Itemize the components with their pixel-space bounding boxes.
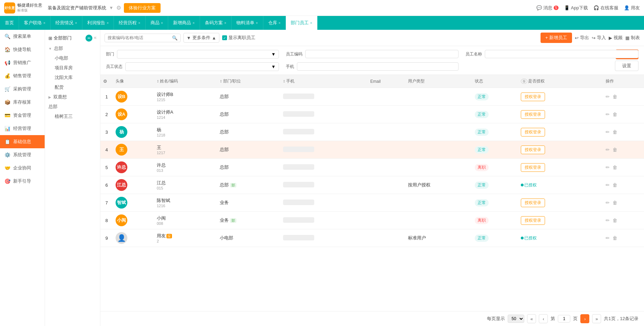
edit-op-btn[interactable]: ✏	[606, 129, 610, 135]
auth-btn[interactable]: 授权登录	[521, 163, 545, 172]
delete-op-btn[interactable]: 🗑	[613, 147, 617, 152]
close-goods[interactable]: ×	[161, 21, 163, 25]
edit-table-btn[interactable]: ▦ 制表	[625, 35, 640, 41]
dept-node-xiaodibu[interactable]: 小电部	[45, 53, 100, 63]
tab-home[interactable]: 首页	[0, 16, 19, 30]
tab-customer[interactable]: 客户联络×	[19, 16, 51, 30]
sidebar-item-biz[interactable]: 📊 经营管理	[0, 122, 45, 135]
status-select-chevron: ▼	[271, 64, 276, 69]
dept-node-zhishu[interactable]: 植树王三	[45, 112, 100, 121]
close-customer[interactable]: ×	[43, 21, 45, 25]
sidebar-item-finance[interactable]: 💳 资金管理	[0, 109, 45, 122]
filter-phone-input[interactable]	[297, 62, 459, 71]
close-profit[interactable]: ×	[107, 21, 109, 25]
tab-barcode[interactable]: 条码方案×	[200, 16, 232, 30]
filter-dept-select[interactable]: ▼	[117, 50, 279, 59]
delete-op-btn[interactable]: 🗑	[613, 165, 617, 170]
import-btn[interactable]: ↪ 导入	[592, 35, 606, 41]
auth-btn[interactable]: 授权登录	[521, 92, 545, 101]
auth-btn[interactable]: 授权登录	[521, 216, 545, 225]
sidebar-item-marketing[interactable]: 📢 营销推广	[0, 56, 45, 69]
edit-op-btn[interactable]: ✏	[606, 94, 610, 99]
sidebar-item-sales[interactable]: 💰 销售管理	[0, 69, 45, 82]
page-input[interactable]	[558, 315, 570, 323]
edit-op-btn[interactable]: ✏	[606, 200, 610, 205]
sidebar-item-purchase[interactable]: 🛒 采购管理	[0, 82, 45, 96]
tab-add-goods[interactable]: 新增商品×	[168, 16, 200, 30]
delete-op-btn[interactable]: 🗑	[613, 112, 617, 117]
sidebar-item-inventory[interactable]: 📦 库存核算	[0, 96, 45, 109]
tab-profit[interactable]: 利润报告×	[82, 16, 114, 30]
edit-op-btn[interactable]: ✏	[606, 235, 610, 241]
delete-op-btn[interactable]: 🗑	[613, 182, 617, 188]
close-business[interactable]: ×	[75, 21, 77, 25]
tab-bom[interactable]: 物料清单×	[232, 16, 263, 30]
msg-action[interactable]: 💬 消息 5	[536, 5, 559, 11]
delete-op-btn[interactable]: 🗑	[613, 218, 617, 223]
delete-op-btn[interactable]: 🗑	[613, 235, 617, 241]
try-btn[interactable]: 体验行业方案	[124, 3, 161, 13]
edit-op-btn[interactable]: ✏	[606, 112, 610, 117]
sys-title-dropdown-icon[interactable]: ▼	[109, 5, 114, 10]
tab-history[interactable]: 经营历程×	[114, 16, 145, 30]
app-action[interactable]: 📱 App下载	[564, 5, 588, 11]
sidebar-item-guide[interactable]: 🎯 新手引导	[0, 175, 45, 188]
filter-name-input[interactable]	[485, 50, 638, 58]
sidebar-item-basic[interactable]: 📋 基础信息	[0, 135, 45, 148]
tab-business[interactable]: 经营情况×	[51, 16, 82, 30]
close-history[interactable]: ×	[138, 21, 140, 25]
edit-op-btn[interactable]: ✏	[606, 218, 610, 223]
filter-btn[interactable]: ▼ 更多条件 ▲	[183, 33, 219, 43]
set-btn[interactable]: 设置	[615, 61, 638, 71]
close-add-goods[interactable]: ×	[192, 21, 194, 25]
auth-btn[interactable]: 授权登录	[521, 146, 545, 154]
collapse-btn[interactable]: «	[94, 35, 97, 42]
tab-goods[interactable]: 商品×	[146, 16, 168, 30]
auth-btn[interactable]: 授权登录	[521, 110, 545, 119]
view-btn[interactable]: ▶ 视频	[609, 35, 623, 41]
dept-node-root[interactable]: ▼总部	[45, 44, 100, 53]
filter-status-select[interactable]: ▼	[125, 62, 279, 71]
tab-warehouse[interactable]: 仓库×	[263, 16, 286, 30]
sidebar-item-search[interactable]: 🔍 搜索菜单	[0, 30, 45, 43]
close-barcode[interactable]: ×	[224, 21, 226, 25]
edit-op-btn[interactable]: ✏	[606, 165, 610, 170]
user-action[interactable]: 👤 用友	[624, 5, 640, 11]
settings-icon[interactable]: ⚙	[116, 5, 121, 11]
prev-page-btn[interactable]: ‹	[539, 314, 548, 323]
dept-edit-btn[interactable]: ✏	[85, 35, 92, 42]
dept-node-zongbu[interactable]: 总部	[45, 102, 100, 112]
edit-op-btn[interactable]: ✏	[606, 182, 610, 188]
edit-op-btn[interactable]: ✏	[606, 147, 610, 152]
per-page-select[interactable]: 50	[508, 315, 524, 323]
filter-code-input[interactable]	[305, 50, 459, 58]
dept-node-xiangmu[interactable]: 项目库房	[45, 63, 100, 73]
add-employee-btn[interactable]: + 新增员工	[541, 33, 572, 43]
search-input[interactable]	[108, 35, 171, 40]
show-resigned-checkbox[interactable]: ✓	[222, 35, 227, 40]
auth-btn[interactable]: 授权登录	[521, 128, 545, 136]
close-staff[interactable]: ×	[310, 21, 312, 25]
close-warehouse[interactable]: ×	[279, 21, 281, 25]
export-btn[interactable]: ↩ 导出	[575, 35, 589, 41]
tab-staff[interactable]: 部门员工×	[286, 16, 317, 30]
avatar: 小闽	[116, 214, 127, 226]
close-bom[interactable]: ×	[256, 21, 258, 25]
dept-node-peihuo[interactable]: 配货	[45, 82, 100, 92]
next-page-btn[interactable]: ›	[580, 314, 589, 323]
delete-op-btn[interactable]: 🗑	[613, 200, 617, 205]
sidebar-item-collab[interactable]: 🤝 企业协同	[0, 161, 45, 175]
delete-op-btn[interactable]: 🗑	[613, 94, 617, 99]
show-resigned[interactable]: ✓ 显示离职员工	[222, 35, 255, 41]
last-page-btn[interactable]: »	[592, 314, 601, 323]
settings-col-icon[interactable]: ⚙	[103, 79, 107, 84]
sidebar-item-nav[interactable]: 🏠 快捷导航	[0, 43, 45, 56]
dept-node-shuanglu[interactable]: ▶双鹿想	[45, 92, 100, 102]
first-page-btn[interactable]: «	[527, 314, 536, 323]
cell-avatar: 智斌	[113, 194, 154, 212]
delete-op-btn[interactable]: 🗑	[613, 129, 617, 135]
service-action[interactable]: 🎧 在线客服	[593, 5, 618, 11]
sidebar-item-system[interactable]: ⚙️ 系统管理	[0, 148, 45, 161]
auth-btn[interactable]: 授权登录	[521, 199, 545, 207]
dept-node-shenyang[interactable]: 沈阳大库	[45, 73, 100, 82]
